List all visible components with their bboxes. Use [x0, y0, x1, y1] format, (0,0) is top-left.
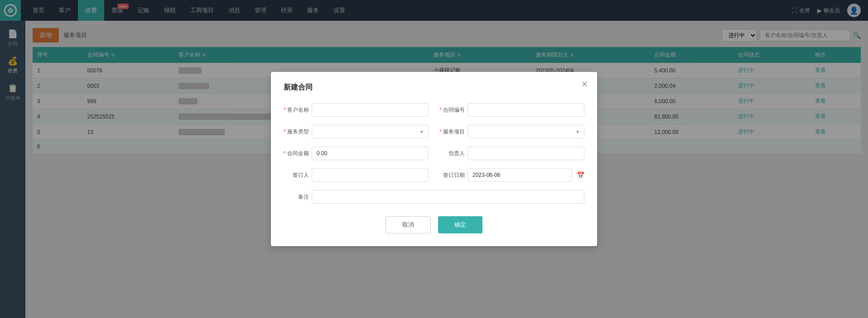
service-type-select[interactable]: [312, 125, 429, 138]
modal-footer: 取消 确定: [284, 216, 584, 233]
form-row-5: 备注: [284, 190, 584, 204]
form-row-2: 服务类型 ▼ 服务项目 ▼: [284, 125, 584, 138]
note-input[interactable]: [312, 190, 584, 204]
sign-date-input[interactable]: [468, 168, 572, 182]
customer-input[interactable]: [312, 103, 429, 117]
form-group-responsible: 负责人: [439, 147, 584, 160]
form-row-4: 签订人 签订日期 📅: [284, 168, 584, 182]
service-type-select-wrapper: ▼: [312, 125, 429, 138]
sign-date-label: 签订日期: [439, 171, 465, 179]
modal-close-button[interactable]: ✕: [581, 79, 588, 89]
confirm-button[interactable]: 确定: [438, 216, 482, 233]
contract-no-label: 合同编号: [439, 106, 465, 114]
form-group-service-type: 服务类型 ▼: [284, 125, 429, 138]
form-row-1: 客户名称 合同编号: [284, 103, 584, 117]
form-group-sign-date: 签订日期 📅: [439, 168, 584, 182]
form-group-amount: 合同金额: [284, 147, 429, 160]
contract-no-input[interactable]: [468, 103, 584, 117]
responsible-label: 负责人: [439, 150, 465, 157]
signer-input[interactable]: [312, 168, 429, 182]
modal-title: 新建合同: [284, 83, 584, 92]
form-group-note: 备注: [284, 190, 584, 204]
modal-overlay[interactable]: 新建合同 ✕ 客户名称 合同编号 服务类型 ▼ 服务项目: [0, 0, 868, 318]
note-label: 备注: [284, 193, 309, 201]
form-group-signer: 签订人: [284, 168, 429, 182]
cancel-button[interactable]: 取消: [386, 216, 431, 233]
calendar-icon[interactable]: 📅: [577, 171, 584, 179]
service-item-label: 服务项目: [439, 128, 465, 136]
form-row-3: 合同金额 负责人: [284, 147, 584, 160]
form-group-customer: 客户名称: [284, 103, 429, 117]
amount-input[interactable]: [312, 147, 429, 160]
responsible-input[interactable]: [468, 147, 584, 160]
service-type-label: 服务类型: [284, 128, 309, 136]
signer-label: 签订人: [284, 171, 309, 179]
customer-label: 客户名称: [284, 106, 309, 114]
form-group-service-item: 服务项目 ▼: [439, 125, 584, 138]
modal-new-contract: 新建合同 ✕ 客户名称 合同编号 服务类型 ▼ 服务项目: [271, 72, 597, 246]
form-group-contract-no: 合同编号: [439, 103, 584, 117]
service-item-select-wrapper: ▼: [468, 125, 584, 138]
service-item-select[interactable]: [468, 125, 584, 138]
amount-label: 合同金额: [284, 150, 309, 157]
